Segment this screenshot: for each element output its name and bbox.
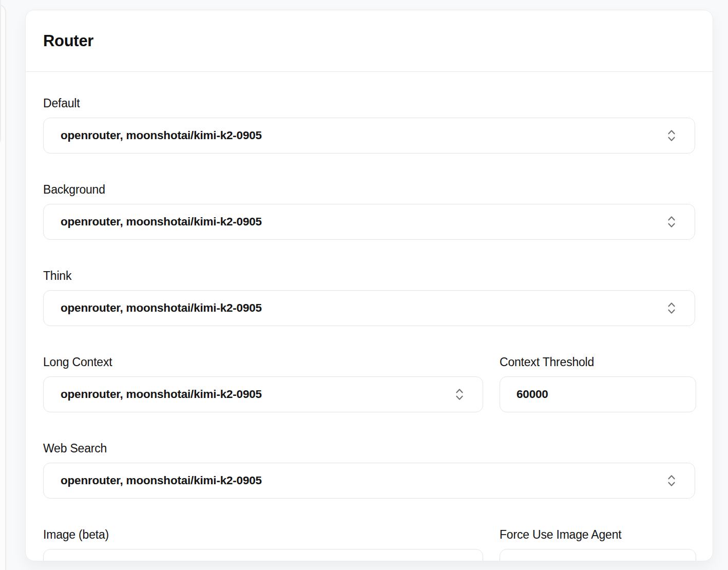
router-panel-header: Router (26, 10, 713, 72)
web-search-model-select-value: openrouter, moonshotai/kimi-k2-0905 (61, 474, 262, 487)
think-model-select-value: openrouter, moonshotai/kimi-k2-0905 (61, 301, 262, 315)
background-model-select[interactable]: openrouter, moonshotai/kimi-k2-0905 (43, 204, 695, 240)
chevrons-up-down-icon (666, 215, 677, 229)
field-row-background: Background openrouter, moonshotai/kimi-k… (43, 183, 695, 240)
think-model-select[interactable]: openrouter, moonshotai/kimi-k2-0905 (43, 290, 695, 326)
force-use-image-agent-input[interactable] (500, 549, 696, 561)
long-context-model-select-value: openrouter, moonshotai/kimi-k2-0905 (61, 388, 262, 401)
default-model-select[interactable]: openrouter, moonshotai/kimi-k2-0905 (43, 118, 695, 154)
field-row-default: Default openrouter, moonshotai/kimi-k2-0… (43, 97, 695, 154)
chevrons-up-down-icon (454, 560, 465, 561)
field-row-long-context: Long Context openrouter, moonshotai/kimi… (43, 356, 695, 412)
background-label: Background (43, 183, 695, 196)
long-context-model-select[interactable]: openrouter, moonshotai/kimi-k2-0905 (43, 376, 483, 412)
chevrons-up-down-icon (666, 473, 677, 488)
image-beta-label: Image (beta) (43, 528, 483, 541)
field-row-think: Think openrouter, moonshotai/kimi-k2-090… (43, 270, 695, 326)
chevrons-up-down-icon (454, 387, 465, 402)
context-threshold-input[interactable] (500, 376, 696, 412)
default-model-select-value: openrouter, moonshotai/kimi-k2-0905 (61, 129, 262, 142)
web-search-label: Web Search (43, 442, 695, 454)
panel-title: Router (43, 32, 93, 50)
force-use-image-agent-label: Force Use Image Agent (500, 528, 696, 541)
web-search-model-select[interactable]: openrouter, moonshotai/kimi-k2-0905 (43, 463, 695, 499)
context-threshold-label: Context Threshold (500, 356, 696, 368)
router-panel: Router Default openrouter, moonshotai/ki… (25, 10, 713, 561)
background-model-select-value: openrouter, moonshotai/kimi-k2-0905 (61, 215, 262, 229)
think-label: Think (43, 270, 695, 282)
chevrons-up-down-icon (666, 301, 677, 315)
field-row-web-search: Web Search openrouter, moonshotai/kimi-k… (43, 442, 695, 499)
field-row-image: Image (beta) Force Use Image Agent (43, 528, 695, 561)
long-context-label: Long Context (43, 356, 483, 368)
chevrons-up-down-icon (666, 128, 677, 143)
router-panel-body: Default openrouter, moonshotai/kimi-k2-0… (26, 72, 713, 561)
image-model-select[interactable] (43, 549, 483, 561)
background-card-edge (0, 0, 1, 146)
default-label: Default (43, 97, 695, 109)
